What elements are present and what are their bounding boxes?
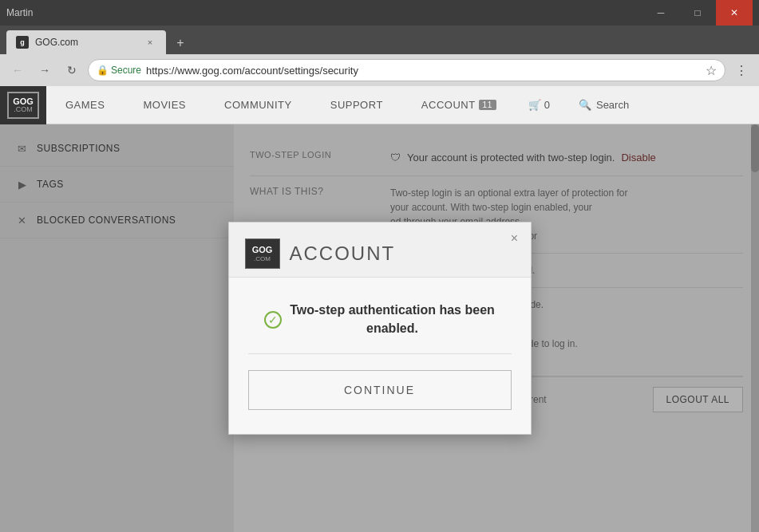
- nav-item-account[interactable]: ACCOUNT 11: [402, 86, 516, 124]
- title-bar: Martin ─ □ ✕: [0, 0, 759, 26]
- active-tab[interactable]: g GOG.com ×: [6, 30, 166, 54]
- modal-title: ACCOUNT: [290, 242, 396, 265]
- minimize-button[interactable]: ─: [642, 0, 679, 26]
- nav-item-community[interactable]: COMMUNITY: [205, 86, 311, 124]
- modal-continue-button[interactable]: CONTINUE: [248, 370, 512, 410]
- bookmark-icon[interactable]: ☆: [706, 63, 717, 78]
- main-content: ✉ SUBSCRIPTIONS ▶ TAGS ✕ BLOCKED CONVERS…: [0, 124, 759, 532]
- nav-item-games[interactable]: GAMES: [46, 86, 124, 124]
- reload-button[interactable]: ↻: [61, 59, 83, 81]
- browser-menu-button[interactable]: ⋮: [730, 59, 753, 81]
- nav-item-movies[interactable]: MOVIES: [124, 86, 205, 124]
- secure-badge: 🔒 Secure: [97, 65, 141, 76]
- secure-label: Secure: [111, 65, 141, 76]
- tab-favicon: g: [16, 36, 29, 49]
- tab-close-button[interactable]: ×: [144, 36, 156, 49]
- success-message-row: ✓ Two-step authentication has been enabl…: [248, 301, 512, 337]
- modal-overlay: GOG .COM ACCOUNT × ✓ Two-step authentica…: [0, 124, 759, 532]
- account-badge: 11: [479, 100, 496, 110]
- new-tab-button[interactable]: +: [169, 32, 192, 54]
- tab-bar: g GOG.com × +: [0, 26, 759, 54]
- gog-logo-inner: GOG .COM: [7, 92, 39, 119]
- modal-logo: GOG .COM: [245, 238, 280, 269]
- cart-button[interactable]: 🛒 0: [516, 99, 563, 111]
- success-text: Two-step authentication has been enabled…: [290, 301, 495, 337]
- user-name: Martin: [6, 7, 33, 18]
- window-controls: ─ □ ✕: [642, 0, 753, 26]
- modal-dialog: GOG .COM ACCOUNT × ✓ Two-step authentica…: [228, 222, 532, 435]
- search-icon: 🔍: [579, 99, 591, 111]
- nav-item-support[interactable]: SUPPORT: [311, 86, 402, 124]
- success-checkmark-icon: ✓: [264, 311, 282, 329]
- cart-icon: 🛒: [528, 99, 541, 111]
- gog-logo[interactable]: GOG .COM: [0, 86, 46, 124]
- tab-title: GOG.com: [35, 37, 78, 48]
- url-text: https://www.gog.com/account/settings/sec…: [146, 65, 358, 77]
- modal-header: GOG .COM ACCOUNT ×: [229, 223, 531, 278]
- forward-button[interactable]: →: [34, 59, 56, 81]
- lock-icon: 🔒: [97, 65, 109, 76]
- url-bar[interactable]: 🔒 Secure https://www.gog.com/account/set…: [88, 59, 725, 81]
- close-button[interactable]: ✕: [716, 0, 753, 26]
- search-button[interactable]: 🔍 Search: [563, 99, 645, 111]
- maximize-button[interactable]: □: [679, 0, 716, 26]
- nav-items: GAMES MOVIES COMMUNITY SUPPORT ACCOUNT 1…: [46, 86, 759, 124]
- address-bar: ← → ↻ 🔒 Secure https://www.gog.com/accou…: [0, 54, 759, 86]
- modal-body: ✓ Two-step authentication has been enabl…: [229, 278, 531, 434]
- modal-divider: [248, 353, 512, 354]
- modal-close-button[interactable]: ×: [505, 229, 524, 248]
- back-button[interactable]: ←: [6, 59, 29, 81]
- gog-navigation: GOG .COM GAMES MOVIES COMMUNITY SUPPORT …: [0, 86, 759, 124]
